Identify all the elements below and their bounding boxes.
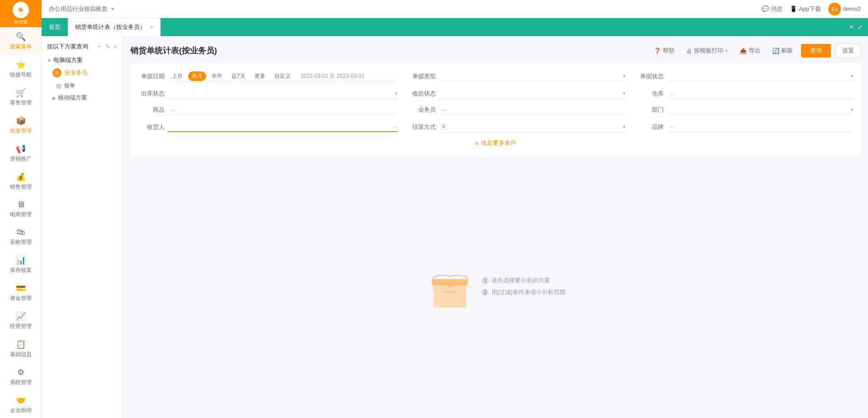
empty-text: 1 请先选择要分析的方案 2 用[过滤]条件来缩小分析范围 bbox=[481, 275, 565, 298]
sidebar-item-retail[interactable]: 🛒 零售管理 bbox=[0, 83, 41, 111]
export-label: 导出 bbox=[749, 47, 760, 55]
pc-group-header[interactable]: ▼ 电脑端方案 bbox=[42, 54, 123, 66]
dept-select[interactable]: ▾ bbox=[667, 106, 854, 114]
template-print-arrow: ▾ bbox=[725, 48, 728, 54]
warehouse-dots[interactable]: ··· bbox=[669, 90, 675, 97]
payment-status-label: 收款状态 bbox=[409, 90, 436, 98]
payment-status-select[interactable]: ▾ bbox=[439, 90, 626, 97]
sidebar-item-purchase[interactable]: 🛍 采购管理 bbox=[0, 223, 41, 251]
filter-consignee: 收货人 ··· bbox=[137, 122, 398, 132]
pc-group-arrow: ▼ bbox=[47, 58, 52, 63]
dept-arrow: ▾ bbox=[851, 107, 854, 113]
settlement-arrow: ▾ bbox=[623, 124, 626, 130]
date-pill-custom[interactable]: 自定义 bbox=[271, 71, 294, 81]
sidebar: 畅 标准版 🔍 搜索菜单 ⭐ 快捷导航 🛒 零售管理 📦 批发管理 📢 营销推广… bbox=[0, 0, 42, 418]
date-pill-this-year[interactable]: 本年 bbox=[208, 71, 226, 81]
sidebar-item-search[interactable]: 🔍 搜索菜单 bbox=[0, 27, 41, 55]
sidebar-item-label: 批发管理 bbox=[10, 127, 32, 135]
date-control: 上月 本月 本年 近7天 更多 自定义 2023-03-01 至 2023-03… bbox=[168, 71, 398, 82]
ship-status-arrow: ▾ bbox=[395, 90, 398, 96]
topbar-left: 办公用品行业模拟账套 ▾ bbox=[49, 5, 114, 13]
help-btn[interactable]: ❓ 帮助 bbox=[650, 45, 678, 57]
tab-close-icon[interactable]: × bbox=[150, 24, 153, 30]
schema-subitem-by-bill[interactable]: ⊞ 按单 bbox=[42, 80, 123, 92]
doc-type-control[interactable]: ▾ bbox=[439, 71, 626, 81]
consignee-input[interactable] bbox=[168, 123, 391, 130]
tab-close-btn[interactable]: × bbox=[849, 23, 854, 31]
template-print-label: 按模板打印 bbox=[694, 47, 723, 55]
right-panel: 销货单统计表(按业务员) ❓ 帮助 🖨 按模板打印 ▾ 📤 导出 bbox=[123, 36, 868, 418]
sidebar-item-label: 资金管理 bbox=[10, 294, 32, 302]
message-btn[interactable]: 💬 消息 bbox=[762, 5, 783, 13]
tab-sales-stat[interactable]: 销货单统计表（按业务员） × bbox=[68, 18, 160, 36]
filter-warehouse: 仓库 ··· bbox=[637, 89, 854, 99]
sidebar-item-label: 经营管理 bbox=[10, 323, 32, 330]
edit-schema-btn[interactable]: ✎ bbox=[105, 43, 111, 50]
sidebar-item-finance[interactable]: 💳 资金管理 bbox=[0, 279, 41, 307]
doc-status-control[interactable]: ▾ bbox=[667, 71, 854, 81]
print-icon: 🖨 bbox=[686, 48, 692, 54]
sidebar-item-enterprise[interactable]: 🤝 企业协同 bbox=[0, 391, 41, 418]
collapse-row: ∧ 收起更多条件 bbox=[137, 139, 854, 147]
sidebar-item-inventory[interactable]: 📊 库存核算 bbox=[0, 251, 41, 279]
query-button[interactable]: 查询 bbox=[801, 44, 831, 57]
schema-item-by-staff[interactable]: 按 按业务员 bbox=[42, 66, 123, 80]
dept-control[interactable]: ▾ bbox=[667, 105, 854, 115]
date-pill-last-7-days[interactable]: 近7天 bbox=[228, 71, 249, 81]
settlement-select[interactable]: × ▾ bbox=[439, 122, 626, 131]
mobile-group-header[interactable]: ▶ 移动端方案 bbox=[42, 92, 123, 104]
hint-text-1: 请先选择要分析的方案 bbox=[491, 275, 550, 286]
date-pill-this-month[interactable]: 本月 bbox=[188, 71, 206, 81]
product-control: ··· bbox=[168, 105, 398, 115]
logo[interactable]: 畅 标准版 bbox=[0, 0, 42, 27]
template-print-btn[interactable]: 🖨 按模板打印 ▾ bbox=[683, 45, 731, 57]
collapse-panel-btn[interactable]: « bbox=[113, 43, 117, 50]
export-btn[interactable]: 📤 导出 bbox=[736, 45, 764, 57]
workspace-dropdown-icon[interactable]: ▾ bbox=[111, 5, 114, 12]
brand-dots[interactable]: ··· bbox=[669, 123, 675, 130]
staff-dots[interactable]: ··· bbox=[441, 106, 447, 114]
date-pill-more[interactable]: 更多 bbox=[251, 71, 269, 81]
purchase-icon: 🛍 bbox=[17, 228, 25, 237]
dept-label: 部门 bbox=[637, 106, 664, 114]
warehouse-label: 仓库 bbox=[637, 90, 664, 98]
tab-home[interactable]: 首页 bbox=[42, 18, 68, 36]
sidebar-item-operations[interactable]: 📈 经营管理 bbox=[0, 307, 41, 335]
doc-status-select[interactable]: ▾ bbox=[667, 72, 854, 80]
ship-status-select[interactable]: ▾ bbox=[168, 90, 398, 97]
consignee-dots[interactable]: ··· bbox=[392, 123, 398, 130]
tabbar: 首页 销货单统计表（按业务员） × × ⤢ bbox=[42, 18, 868, 36]
tab-expand-btn[interactable]: ⤢ bbox=[857, 24, 863, 31]
add-schema-btn[interactable]: ＋ bbox=[96, 43, 103, 51]
avatar: Ea bbox=[828, 3, 841, 15]
sidebar-item-marketing[interactable]: 📢 营销推广 bbox=[0, 139, 41, 167]
help-icon: ❓ bbox=[654, 48, 661, 54]
payment-status-arrow: ▾ bbox=[623, 90, 626, 96]
ship-status-control[interactable]: ▾ bbox=[168, 89, 398, 99]
product-dots[interactable]: ··· bbox=[170, 106, 175, 114]
refresh-btn[interactable]: 🔄 刷新 bbox=[769, 45, 797, 57]
settlement-control: × ▾ bbox=[439, 121, 626, 133]
mobile-group-label: 移动端方案 bbox=[58, 94, 87, 102]
filter-settlement: 结算方式 × ▾ bbox=[409, 121, 626, 133]
doc-type-select[interactable]: ▾ bbox=[439, 72, 626, 80]
date-label: 单据日期 bbox=[137, 72, 165, 81]
search-icon: 🔍 bbox=[16, 32, 26, 42]
filter-doc-type: 单据类型 ▾ bbox=[409, 71, 626, 81]
sidebar-item-quick-nav[interactable]: ⭐ 快捷导航 bbox=[0, 55, 41, 83]
app-download-btn[interactable]: 📱 App下载 bbox=[790, 5, 821, 13]
pc-group-label: 电脑端方案 bbox=[53, 56, 83, 64]
sidebar-item-ecommerce[interactable]: 🖥 电商管理 bbox=[0, 195, 41, 223]
sidebar-item-base-info[interactable]: 📋 基础信息 bbox=[0, 335, 41, 363]
sidebar-item-system[interactable]: ⚙ 系统管理 bbox=[0, 363, 41, 391]
sidebar-item-wholesale[interactable]: 📦 批发管理 bbox=[0, 111, 41, 139]
date-pill-last-month[interactable]: 上月 bbox=[168, 71, 186, 81]
sidebar-item-label: 搜索菜单 bbox=[10, 43, 32, 51]
payment-status-control[interactable]: ▾ bbox=[439, 89, 626, 99]
collapse-btn[interactable]: ∧ 收起更多条件 bbox=[475, 139, 516, 147]
settings-button[interactable]: 设置 bbox=[835, 43, 861, 58]
sidebar-item-sales[interactable]: 💰 销售管理 bbox=[0, 167, 41, 195]
ecommerce-icon: 🖥 bbox=[17, 200, 25, 209]
by-staff-icon: 按 bbox=[52, 68, 61, 77]
user-profile[interactable]: Ea demo2 bbox=[828, 3, 861, 15]
